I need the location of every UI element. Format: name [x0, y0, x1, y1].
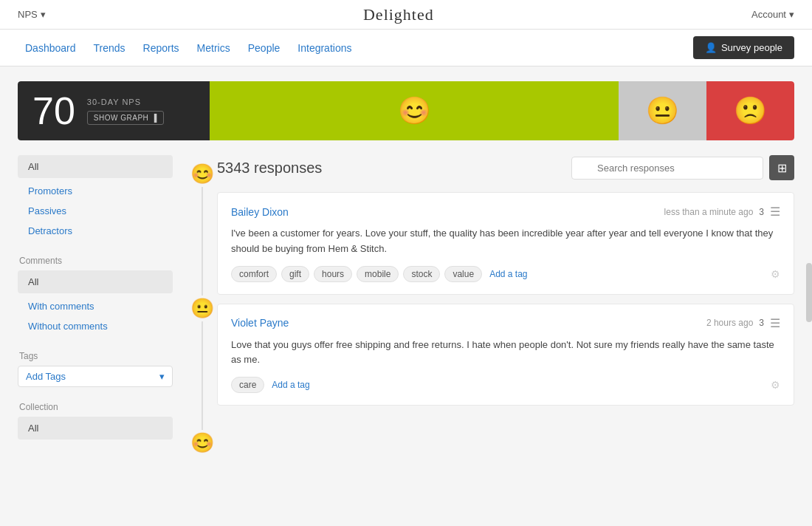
- filter-with-comments[interactable]: With comments: [18, 296, 173, 316]
- add-tags-dropdown[interactable]: Add Tags ▾: [18, 366, 173, 387]
- main-content: 70 30-DAY NPS SHOW GRAPH ▐ 😊 😐 🙁: [0, 66, 812, 469]
- tag-mobile[interactable]: mobile: [357, 266, 399, 282]
- respondent-name[interactable]: Bailey Dixon: [231, 206, 289, 218]
- timeline: 😊 😐 😊: [187, 155, 217, 454]
- card-tags: care Add a tag ⚙: [231, 377, 780, 393]
- response-score: 3: [759, 207, 764, 217]
- chevron-down-icon: ▾: [41, 9, 46, 20]
- filter-detractors[interactable]: Detractors: [18, 221, 173, 241]
- bar-chart-icon: ▐: [151, 114, 157, 122]
- timeline-happy-icon-2: 😊: [190, 431, 214, 454]
- tag-comfort[interactable]: comfort: [231, 266, 277, 282]
- sentiment-bars: 😊 😐 🙁: [210, 81, 794, 140]
- tags-section: Tags Add Tags ▾: [18, 351, 173, 387]
- neutral-face-icon: 😐: [646, 95, 679, 126]
- search-wrapper: 🔍: [571, 157, 763, 180]
- timeline-line-2: [202, 321, 203, 430]
- chevron-down-icon: ▾: [159, 371, 165, 382]
- timeline-neutral-icon: 😐: [190, 297, 214, 320]
- nps-score: 70: [32, 92, 75, 130]
- response-body: Love that you guys offer free shipping a…: [231, 338, 780, 369]
- comments-section: Comments All With comments Without comme…: [18, 256, 173, 336]
- grid-icon: ⊞: [777, 161, 787, 175]
- nav-metrics[interactable]: Metrics: [190, 38, 238, 58]
- response-score: 3: [759, 318, 764, 328]
- timeline-line-1: [202, 187, 203, 296]
- nav-links: Dashboard Trends Reports Metrics People …: [18, 38, 359, 58]
- respondent-name[interactable]: Violet Payne: [231, 317, 289, 329]
- tags-title: Tags: [18, 351, 173, 361]
- tag-care[interactable]: care: [231, 377, 264, 393]
- timeline-area: 😊 😐 😊 5343 responses 🔍: [187, 155, 794, 454]
- response-time: 2 hours ago: [706, 318, 753, 328]
- score-panel: 70 30-DAY NPS SHOW GRAPH ▐: [18, 81, 210, 140]
- collection-section: Collection All: [18, 402, 173, 440]
- collection-all[interactable]: All: [18, 417, 173, 440]
- response-card: Violet Payne 2 hours ago 3 ☰ Love that y…: [217, 304, 794, 406]
- response-time: less than a minute ago: [664, 207, 754, 217]
- tag-gift[interactable]: gift: [281, 266, 309, 282]
- topbar: NPS ▾ Delighted Account ▾: [0, 0, 812, 30]
- filter-promoters[interactable]: Promoters: [18, 181, 173, 201]
- gear-icon[interactable]: ⚙: [771, 379, 780, 391]
- card-tags: comfort gift hours mobile stock value Ad…: [231, 266, 780, 282]
- promoters-bar: 😊: [210, 81, 619, 140]
- detractors-bar: 🙁: [706, 81, 794, 140]
- filter-passives[interactable]: Passives: [18, 201, 173, 221]
- search-area: 🔍 ⊞: [571, 155, 794, 180]
- responses-area: 5343 responses 🔍 ⊞ Bailey Dixon: [217, 155, 794, 454]
- nav-reports[interactable]: Reports: [136, 38, 187, 58]
- nps-label: 30-DAY NPS: [87, 98, 164, 106]
- show-graph-button[interactable]: SHOW GRAPH ▐: [87, 111, 164, 125]
- grid-view-button[interactable]: ⊞: [769, 155, 794, 180]
- sad-face-icon: 🙁: [734, 95, 767, 126]
- response-body: I've been a customer for years. Love you…: [231, 226, 780, 257]
- comments-title: Comments: [18, 256, 173, 266]
- nps-selector[interactable]: NPS ▾: [18, 9, 46, 20]
- scrollbar-thumb[interactable]: [806, 263, 812, 322]
- add-tag-link[interactable]: Add a tag: [272, 380, 309, 390]
- response-card: Bailey Dixon less than a minute ago 3 ☰ …: [217, 192, 794, 295]
- navbar: Dashboard Trends Reports Metrics People …: [0, 30, 812, 66]
- nps-label: NPS: [18, 9, 38, 20]
- passives-bar: 😐: [619, 81, 706, 140]
- chevron-down-icon: ▾: [789, 9, 794, 20]
- filter-without-comments[interactable]: Without comments: [18, 316, 173, 336]
- menu-icon[interactable]: ☰: [770, 316, 780, 330]
- nav-integrations[interactable]: Integrations: [290, 38, 359, 58]
- nav-trends[interactable]: Trends: [86, 38, 133, 58]
- collection-title: Collection: [18, 402, 173, 412]
- search-input[interactable]: [571, 157, 763, 180]
- responses-header: 5343 responses 🔍 ⊞: [217, 155, 794, 180]
- sidebar: All Promoters Passives Detractors Commen…: [18, 155, 173, 454]
- happy-face-icon: 😊: [398, 95, 431, 126]
- filter-all[interactable]: All: [18, 155, 173, 178]
- gear-icon[interactable]: ⚙: [771, 268, 780, 280]
- content-area: All Promoters Passives Detractors Commen…: [18, 155, 794, 454]
- survey-people-button[interactable]: 👤 Survey people: [693, 36, 794, 59]
- person-icon: 👤: [705, 42, 717, 53]
- responses-count: 5343 responses: [217, 160, 322, 177]
- tag-stock[interactable]: stock: [403, 266, 440, 282]
- nav-people[interactable]: People: [241, 38, 288, 58]
- timeline-happy-icon: 😊: [190, 163, 214, 185]
- tag-hours[interactable]: hours: [314, 266, 352, 282]
- app-logo: Delighted: [363, 5, 434, 24]
- tag-value[interactable]: value: [444, 266, 482, 282]
- comments-all[interactable]: All: [18, 270, 173, 293]
- add-tag-link[interactable]: Add a tag: [489, 269, 527, 279]
- score-header: 70 30-DAY NPS SHOW GRAPH ▐ 😊 😐 🙁: [18, 81, 794, 140]
- nav-dashboard[interactable]: Dashboard: [18, 38, 83, 58]
- account-menu[interactable]: Account ▾: [751, 9, 794, 20]
- filter-section: All Promoters Passives Detractors: [18, 155, 173, 241]
- menu-icon[interactable]: ☰: [770, 205, 780, 219]
